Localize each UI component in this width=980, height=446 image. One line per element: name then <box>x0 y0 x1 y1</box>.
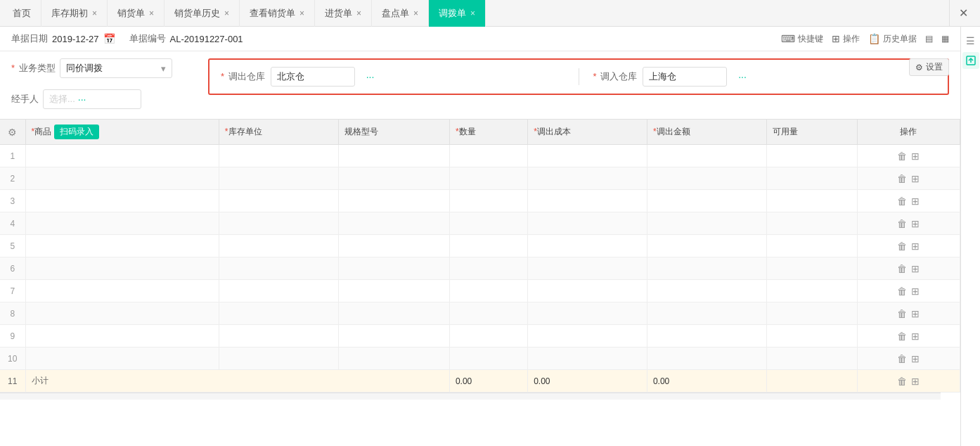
available-cell[interactable] <box>766 212 857 235</box>
tab-view-sales[interactable]: 查看销货单 × <box>240 0 315 27</box>
qty-cell[interactable] <box>449 235 527 257</box>
delete-icon[interactable]: 🗑 <box>897 263 907 274</box>
qty-cell[interactable] <box>449 302 527 325</box>
unit-cell[interactable] <box>219 190 338 212</box>
available-cell[interactable] <box>766 190 857 212</box>
tab-transfer[interactable]: 调拨单 × <box>429 0 486 27</box>
window-close-button[interactable]: ✕ <box>949 0 977 27</box>
unit-cell[interactable] <box>219 280 338 302</box>
tab-home[interactable]: 首页 <box>3 0 41 27</box>
product-cell[interactable] <box>25 348 219 370</box>
copy-icon[interactable]: ⊞ <box>911 263 920 274</box>
copy-icon[interactable]: ⊞ <box>911 308 920 319</box>
column-settings-icon[interactable]: ⚙ <box>8 127 17 138</box>
delete-icon[interactable]: 🗑 <box>897 331 907 342</box>
delete-icon[interactable]: 🗑 <box>897 196 907 207</box>
available-cell[interactable] <box>766 302 857 325</box>
cost-cell[interactable] <box>528 145 647 167</box>
tab-sales-order[interactable]: 销货单 × <box>108 0 165 27</box>
tab-sales-history[interactable]: 销货单历史 × <box>165 0 240 27</box>
tab-view-sales-close[interactable]: × <box>299 9 304 18</box>
horizontal-scrollbar[interactable] <box>0 393 941 400</box>
available-cell[interactable] <box>766 348 857 370</box>
cost-cell[interactable] <box>528 302 647 325</box>
qty-cell[interactable] <box>449 257 527 280</box>
available-cell[interactable] <box>766 145 857 167</box>
copy-icon[interactable]: ⊞ <box>911 286 920 297</box>
qty-cell[interactable] <box>449 212 527 235</box>
cost-cell[interactable] <box>528 235 647 257</box>
qty-cell[interactable] <box>449 280 527 302</box>
product-cell[interactable] <box>25 145 219 167</box>
amount-cell[interactable] <box>647 167 766 190</box>
qty-cell[interactable] <box>449 190 527 212</box>
qty-cell[interactable] <box>449 325 527 348</box>
available-cell[interactable] <box>766 280 857 302</box>
spec-cell[interactable] <box>338 302 449 325</box>
calendar-icon[interactable]: 📅 <box>103 33 115 44</box>
cost-cell[interactable] <box>528 325 647 348</box>
unit-cell[interactable] <box>219 325 338 348</box>
qty-cell[interactable] <box>449 348 527 370</box>
amount-cell[interactable] <box>647 190 766 212</box>
delete-icon[interactable]: 🗑 <box>897 308 907 319</box>
unit-cell[interactable] <box>219 302 338 325</box>
spec-cell[interactable] <box>338 167 449 190</box>
tab-purchase[interactable]: 进货单 × <box>315 0 372 27</box>
copy-icon[interactable]: ⊞ <box>911 196 920 207</box>
available-cell[interactable] <box>766 257 857 280</box>
right-panel-export-icon[interactable] <box>962 52 979 69</box>
amount-cell[interactable] <box>647 235 766 257</box>
tab-sales-history-close[interactable]: × <box>224 9 229 18</box>
copy-icon[interactable]: ⊞ <box>911 376 920 387</box>
tab-transfer-close[interactable]: × <box>470 9 475 18</box>
delete-icon[interactable]: 🗑 <box>897 173 907 184</box>
business-type-select[interactable]: 同价调拨 ▾ <box>60 58 172 78</box>
spec-cell[interactable] <box>338 235 449 257</box>
tab-purchase-close[interactable]: × <box>356 9 361 18</box>
copy-icon[interactable]: ⊞ <box>911 173 920 184</box>
amount-cell[interactable] <box>647 348 766 370</box>
available-cell[interactable] <box>766 325 857 348</box>
in-warehouse-input[interactable]: 上海仓 <box>643 67 727 87</box>
spec-cell[interactable] <box>338 145 449 167</box>
amount-cell[interactable] <box>647 302 766 325</box>
product-cell[interactable] <box>25 302 219 325</box>
cost-cell[interactable] <box>528 212 647 235</box>
operations-button[interactable]: ⊞ 操作 <box>832 33 860 45</box>
right-panel-list-icon[interactable]: ☰ <box>962 32 979 49</box>
spec-cell[interactable] <box>338 325 449 348</box>
copy-icon[interactable]: ⊞ <box>911 353 920 364</box>
unit-cell[interactable] <box>219 167 338 190</box>
spec-cell[interactable] <box>338 280 449 302</box>
delete-icon[interactable]: 🗑 <box>897 376 907 387</box>
layout1-button[interactable]: ▤ <box>925 34 933 44</box>
spec-cell[interactable] <box>338 348 449 370</box>
amount-cell[interactable] <box>647 257 766 280</box>
out-warehouse-more-button[interactable]: ··· <box>366 71 375 82</box>
quick-keys-button[interactable]: ⌨ 快捷键 <box>781 33 823 45</box>
layout2-button[interactable]: ▦ <box>941 34 949 44</box>
unit-cell[interactable] <box>219 212 338 235</box>
cost-cell[interactable] <box>528 280 647 302</box>
handler-input[interactable]: 选择... ··· <box>43 89 141 109</box>
product-cell[interactable] <box>25 212 219 235</box>
qty-cell[interactable] <box>449 145 527 167</box>
delete-icon[interactable]: 🗑 <box>897 353 907 364</box>
cost-cell[interactable] <box>528 348 647 370</box>
tab-stocktake-close[interactable]: × <box>413 9 418 18</box>
tab-stocktake[interactable]: 盘点单 × <box>372 0 429 27</box>
amount-cell[interactable] <box>647 212 766 235</box>
scan-button[interactable]: 扫码录入 <box>54 125 99 139</box>
available-cell[interactable] <box>766 167 857 190</box>
product-cell[interactable] <box>25 235 219 257</box>
spec-cell[interactable] <box>338 190 449 212</box>
unit-cell[interactable] <box>219 257 338 280</box>
setting-button[interactable]: ⚙ 设置 <box>909 58 949 76</box>
tab-inventory-init-close[interactable]: × <box>92 9 97 18</box>
product-cell[interactable] <box>25 280 219 302</box>
amount-cell[interactable] <box>647 280 766 302</box>
product-cell[interactable] <box>25 167 219 190</box>
handler-more-button[interactable]: ··· <box>78 94 86 105</box>
cost-cell[interactable] <box>528 190 647 212</box>
